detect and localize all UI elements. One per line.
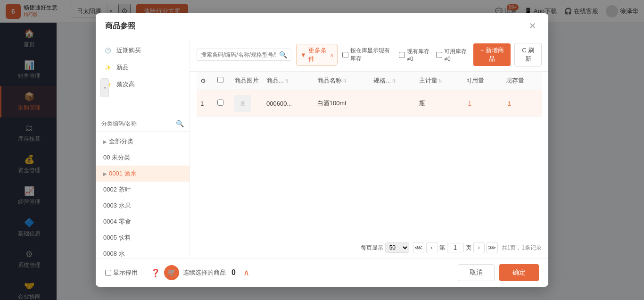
category-item[interactable]: 0004 零食	[96, 214, 190, 230]
page-size-select[interactable]: 50 100	[385, 242, 409, 253]
page-size-selector: 每页显示 50 100	[361, 242, 409, 253]
help-icon[interactable]: ❓	[151, 268, 160, 277]
quick-item-近期购买[interactable]: 🕐近期购买	[96, 42, 190, 59]
usable-checkbox[interactable]	[436, 52, 442, 58]
category-item[interactable]: ▶全部分类	[96, 133, 190, 150]
pagination-bar: 每页显示 50 100 ⋘ ‹ 第 页 › ⋙	[190, 237, 548, 258]
modal-header: 商品参照 ✕	[96, 13, 548, 38]
cart-icon[interactable]: 🛒	[164, 265, 179, 280]
usable-checkbox-label[interactable]: 可用库存≠0	[436, 48, 469, 62]
product-search-input[interactable]	[201, 51, 276, 58]
last-page-btn[interactable]: ⋙	[487, 242, 498, 253]
prev-page-btn[interactable]: ‹	[426, 242, 438, 253]
search-icon[interactable]: 🔍	[279, 51, 287, 58]
col-stock: 现存量	[502, 72, 542, 90]
row-num: 1	[197, 90, 214, 117]
quick-item-icon: ✨	[103, 63, 113, 72]
category-item[interactable]: 0008 水	[96, 246, 190, 258]
cancel-btn[interactable]: 取消	[458, 264, 495, 281]
cart-collapse-icon[interactable]: ∧	[243, 267, 249, 278]
available-checkbox-label[interactable]: 现有库存≠0	[399, 48, 431, 62]
modal-footer: 显示停用 ❓ 🛒 连续选择的商品 0 ∧ 取消 确定	[96, 258, 548, 287]
page-nav: ⋘ ‹ 第 页 › ⋙	[413, 242, 498, 253]
category-item[interactable]: 00 未分类	[96, 150, 190, 166]
filter-chevron-icon: ∧	[330, 52, 333, 58]
category-item[interactable]: ▶0001 酒水	[96, 166, 190, 182]
left-panel: 🕐近期购买✨新品⭐频次高 « 🔍 ▶全部分类00 未分类▶0001 酒水0002…	[96, 38, 190, 258]
col-unit[interactable]: 主计量⇅	[415, 72, 462, 90]
category-search-input[interactable]	[101, 120, 173, 127]
row-stock: -1	[502, 90, 542, 117]
category-item[interactable]: 0002 茶叶	[96, 182, 190, 198]
row-checkbox[interactable]	[214, 90, 231, 117]
row-image: 图	[231, 90, 263, 117]
right-panel: 🔍 ▼ 更多条件 ∧ 按仓库显示现有库存 现有库存≠0	[190, 38, 548, 258]
row-unit: 瓶	[415, 90, 462, 117]
quick-items: 🕐近期购买✨新品⭐频次高	[96, 38, 190, 97]
row-name: 白酒100ml	[314, 90, 370, 117]
quick-item-新品[interactable]: ✨新品	[96, 59, 190, 76]
refresh-btn[interactable]: C 刷新	[514, 43, 542, 67]
modal-close-btn[interactable]: ✕	[526, 20, 539, 32]
product-toolbar: 🔍 ▼ 更多条件 ∧ 按仓库显示现有库存 现有库存≠0	[190, 38, 548, 72]
category-item[interactable]: 0003 水果	[96, 198, 190, 214]
row-available: -1	[462, 90, 502, 117]
quick-item-icon: 🕐	[103, 46, 113, 55]
footer-buttons: 取消 确定	[458, 264, 539, 281]
select-all-checkbox[interactable]	[217, 77, 223, 83]
next-page-btn[interactable]: ›	[473, 242, 485, 253]
page-info: 共1页，1条记录	[502, 244, 542, 252]
cat-arrow-icon: ▶	[103, 171, 107, 176]
col-available: 可用量	[462, 72, 502, 90]
add-product-btn[interactable]: + 新增商品	[473, 43, 511, 66]
row-spec	[370, 90, 415, 117]
category-search-icon[interactable]: 🔍	[176, 120, 184, 127]
col-image: 商品图片	[231, 72, 263, 90]
product-table: ⚙ 商品图片 商品...⇅ 商品名称⇅ 规格...⇅ 主计量⇅ 可用量 现存量	[197, 72, 542, 117]
col-spec[interactable]: 规格...⇅	[370, 72, 415, 90]
product-modal: 商品参照 ✕ 🕐近期购买✨新品⭐频次高 « 🔍 ▶全部分类	[96, 13, 548, 287]
modal-overlay: 商品参照 ✕ 🕐近期购买✨新品⭐频次高 « 🔍 ▶全部分类	[0, 0, 644, 300]
category-item[interactable]: 0005 饮料	[96, 230, 190, 246]
first-page-btn[interactable]: ⋘	[413, 242, 424, 253]
category-list: ▶全部分类00 未分类▶0001 酒水0002 茶叶0003 水果0004 零食…	[96, 132, 190, 258]
col-code[interactable]: 商品...⇅	[263, 72, 314, 90]
col-checkbox	[214, 72, 231, 90]
product-search-box: 🔍	[197, 49, 291, 61]
toolbar-right: + 新增商品 C 刷新	[473, 43, 542, 67]
cat-arrow-icon: ▶	[103, 139, 107, 144]
cart-area: ❓ 🛒 连续选择的商品 0 ∧	[151, 265, 249, 280]
product-thumbnail: 图	[234, 95, 251, 112]
table-header-row: ⚙ 商品图片 商品...⇅ 商品名称⇅ 规格...⇅ 主计量⇅ 可用量 现存量	[197, 72, 542, 90]
row-code: 000600...	[263, 90, 314, 117]
show-disabled-label[interactable]: 显示停用	[105, 268, 138, 277]
col-name[interactable]: 商品名称⇅	[314, 72, 370, 90]
filter-btn[interactable]: ▼ 更多条件 ∧	[296, 44, 338, 66]
page-input[interactable]	[447, 243, 464, 252]
collapse-panel-btn[interactable]: «	[100, 78, 109, 97]
warehouse-checkbox[interactable]	[342, 52, 348, 58]
modal-body: 🕐近期购买✨新品⭐频次高 « 🔍 ▶全部分类00 未分类▶0001 酒水0002…	[96, 38, 548, 258]
show-disabled-checkbox[interactable]	[105, 270, 111, 276]
filter-icon: ▼	[300, 51, 306, 58]
available-checkbox[interactable]	[399, 52, 405, 58]
category-search: 🔍	[96, 116, 190, 132]
confirm-btn[interactable]: 确定	[499, 264, 539, 281]
modal-title: 商品参照	[105, 21, 135, 31]
quick-item-频次高[interactable]: ⭐频次高	[96, 76, 190, 93]
table-row[interactable]: 1 图 000600... 白酒100ml 瓶 -1 -1	[197, 90, 542, 117]
warehouse-checkbox-label[interactable]: 按仓库显示现有库存	[342, 47, 394, 63]
product-table-area: ⚙ 商品图片 商品...⇅ 商品名称⇅ 规格...⇅ 主计量⇅ 可用量 现存量	[190, 72, 548, 237]
col-settings: ⚙	[197, 72, 214, 90]
